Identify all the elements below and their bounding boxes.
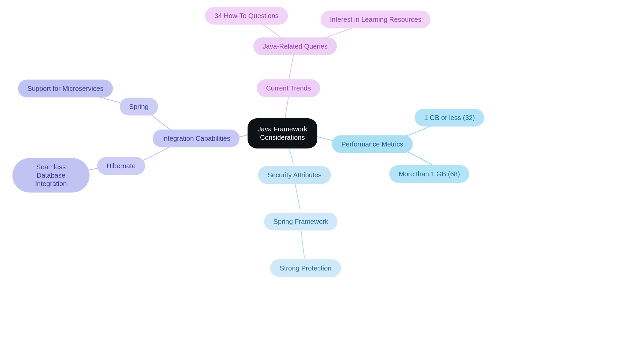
edge-trends-queries (289, 55, 293, 79)
node-learning-resources[interactable]: Interest in Learning Resources (321, 11, 431, 28)
node-root[interactable]: Java Framework Considerations (248, 118, 317, 148)
node-security-attributes[interactable]: Security Attributes (258, 166, 331, 184)
node-howto-questions[interactable]: 34 How-To Questions (205, 7, 288, 25)
node-integration-capabilities[interactable]: Integration Capabilities (153, 130, 239, 147)
node-more-than-gb[interactable]: More than 1 GB (68) (389, 165, 469, 183)
node-java-related-queries[interactable]: Java-Related Queries (253, 38, 337, 55)
node-performance-metrics[interactable]: Performance Metrics (332, 135, 413, 153)
node-hibernate[interactable]: Hibernate (97, 157, 145, 175)
node-spring-framework[interactable]: Spring Framework (264, 213, 337, 231)
node-gb-or-less[interactable]: 1 GB or less (32) (415, 109, 484, 127)
edge-security-springfw (295, 184, 300, 211)
node-seamless-db-integration[interactable]: Seamless Database Integration (12, 158, 90, 193)
node-support-microservices[interactable]: Support for Microservices (18, 80, 113, 98)
node-spring[interactable]: Spring (120, 98, 158, 116)
node-current-trends[interactable]: Current Trends (257, 79, 320, 97)
edge-springfw-protection (301, 231, 305, 258)
node-strong-protection[interactable]: Strong Protection (270, 259, 341, 277)
